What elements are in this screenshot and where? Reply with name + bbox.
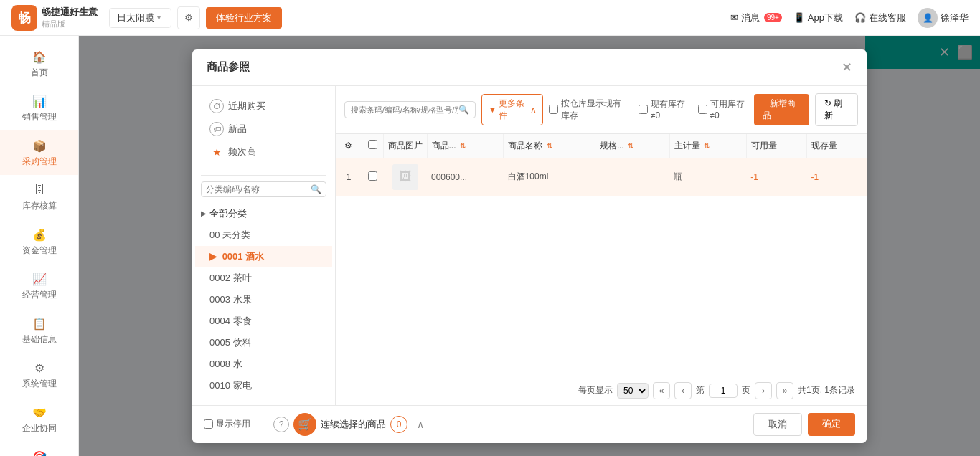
sidebar-item-sales[interactable]: 📊 销售管理 [0,86,78,130]
modal-overlay: 商品参照 ✕ ⏱ 近期购买 🏷 新 [79,36,980,456]
left-sidebar: 🏠 首页 📊 销售管理 📦 采购管理 🗄 库存核算 💰 资金管理 📈 经营管理 … [0,36,79,456]
star-icon: ★ [209,145,224,159]
sidebar-label-purchase: 采购管理 [22,156,57,168]
row-checkbox-cell[interactable] [362,158,383,196]
select-all-checkbox[interactable] [368,140,377,149]
guide-icon: 🎯 [32,449,47,456]
logo-line1: 畅捷通好生意 [42,6,98,19]
clock-icon: ⏱ [209,99,224,113]
checkbox-available-nonzero[interactable]: 可用库存≠0 [698,98,749,120]
app-download-item[interactable]: 📱 App下载 [793,11,843,24]
sidebar-item-collab[interactable]: 🤝 企业协同 [0,397,78,442]
confirm-button[interactable]: 确定 [808,413,855,436]
cancel-button[interactable]: 取消 [753,413,802,436]
per-page-select[interactable]: 50 [617,383,649,399]
table-row[interactable]: 1 🖼 00 [336,158,867,196]
category-liquor[interactable]: ▶ 0001 酒水 [195,246,332,267]
quick-filter-new[interactable]: 🏷 新品 [201,118,326,141]
cart-button[interactable]: 🛒 [293,413,316,436]
sidebar-item-purchase[interactable]: 📦 采购管理 [0,130,78,175]
show-disabled-label: 显示停用 [216,418,250,430]
category-fruit[interactable]: 0003 水果 [195,289,332,310]
checkbox-warehouse-input[interactable] [549,105,558,114]
sidebar-item-inventory[interactable]: 🗄 库存核算 [0,175,78,219]
cart-area: ? 🛒 连续选择的商品 0 ∧ [273,413,429,436]
modal-close-button[interactable]: ✕ [842,60,852,75]
category-tea[interactable]: 0002 茶叶 [195,267,332,289]
sidebar-item-guide[interactable]: 🎯 新手引导 [0,442,78,456]
filter-button[interactable]: ▼ 更多条件 ∧ [481,94,543,125]
page-number-input[interactable] [709,384,738,398]
checkbox-stock-input[interactable] [639,105,648,114]
first-page-button[interactable]: « [653,382,670,399]
col-settings[interactable]: ⚙ [336,134,362,158]
row-unit: 瓶 [669,158,746,196]
home-icon: 🏠 [32,49,47,65]
col-stock: 现存量 [807,134,867,158]
fold-button[interactable]: ∧ [412,416,429,433]
sidebar-item-finance[interactable]: 💰 资金管理 [0,219,78,264]
filter-caret-icon: ∧ [530,105,537,115]
category-search-bar[interactable]: 🔍 [201,181,326,197]
col-name[interactable]: 商品名称 ⇅ [504,134,595,158]
sort-spec-icon: ⇅ [628,142,633,150]
help-icon[interactable]: ? [273,417,289,432]
cat-label-0: 00 未分类 [209,229,250,240]
filter-label: 更多条件 [499,98,528,122]
category-water[interactable]: 0008 水 [195,353,332,375]
trial-button[interactable]: 体验行业方案 [206,7,282,29]
main-search-input[interactable] [351,105,458,114]
checkbox-available-label: 可用库存≠0 [710,98,749,120]
product-thumbnail: 🖼 [392,164,418,190]
refresh-button[interactable]: ↻ 刷新 [815,93,858,126]
table-header-row: ⚙ 商品图片 商品... ⇅ [336,134,867,158]
logo-line2: 精品版 [42,19,98,29]
modal-title: 商品参照 [207,60,250,74]
col-spec[interactable]: 规格... ⇅ [595,134,669,158]
sidebar-item-basic-info[interactable]: 📋 基础信息 [0,308,78,353]
sidebar-label-collab: 企业协同 [22,422,57,434]
top-nav: 畅 畅捷通好生意 精品版 日太阳膜 ▾ ⚙ 体验行业方案 ✉ 消息 99 📱 A… [0,0,980,36]
next-page-button[interactable]: › [755,382,772,399]
category-search-input[interactable] [206,184,311,194]
gear-button[interactable]: ⚙ [177,6,200,29]
quick-filter-recent[interactable]: ⏱ 近期购买 [201,95,326,118]
main-search-bar[interactable]: 🔍 [344,101,476,118]
show-disabled-input[interactable] [204,419,213,429]
category-uncategorized[interactable]: 00 未分类 [195,224,332,246]
checkbox-available-input[interactable] [698,105,707,114]
last-page-button[interactable]: » [776,382,793,399]
cat-label-7: 0010 家电 [209,380,252,391]
row-num: 1 [347,172,352,182]
checkbox-stock-nonzero[interactable]: 现有库存≠0 [639,98,689,120]
online-service-item[interactable]: 🎧 在线客服 [854,11,906,24]
col-code[interactable]: 商品... ⇅ [427,134,504,158]
category-all[interactable]: ▶ 全部分类 [195,203,332,224]
col-checkbox[interactable] [362,134,383,158]
sidebar-item-operations[interactable]: 📈 经营管理 [0,264,78,308]
nav-caret-icon: ▾ [157,14,161,22]
nav-selector[interactable]: 日太阳膜 ▾ [109,8,171,28]
collab-icon: 🤝 [32,404,47,420]
page-suffix: 页 [742,384,750,396]
message-item[interactable]: ✉ 消息 99 [730,11,782,24]
message-badge: 99 [764,13,782,22]
new-label: 新品 [228,123,247,136]
row-checkbox[interactable] [368,171,377,181]
quick-filter-frequent[interactable]: ★ 频次高 [201,141,326,163]
sidebar-label-sales: 销售管理 [22,111,57,123]
col-unit[interactable]: 主计量 ⇅ [669,134,746,158]
checkbox-warehouse[interactable]: 按仓库显示现有库存 [549,98,630,122]
filter-icon: ▼ [488,105,496,115]
user-item[interactable]: 👤 徐泽华 [918,8,969,28]
show-disabled-checkbox[interactable]: 显示停用 [204,418,250,430]
sidebar-label-finance: 资金管理 [22,244,57,257]
phone-icon: 📱 [793,12,805,23]
category-snack[interactable]: 0004 零食 [195,310,332,332]
sidebar-item-home[interactable]: 🏠 首页 [0,42,78,86]
category-appliance[interactable]: 0010 家电 [195,375,332,396]
prev-page-button[interactable]: ‹ [674,382,692,399]
sidebar-item-system[interactable]: ⚙ 系统管理 [0,353,78,397]
category-drink[interactable]: 0005 饮料 [195,332,332,353]
add-product-button[interactable]: + 新增商品 [754,94,809,125]
